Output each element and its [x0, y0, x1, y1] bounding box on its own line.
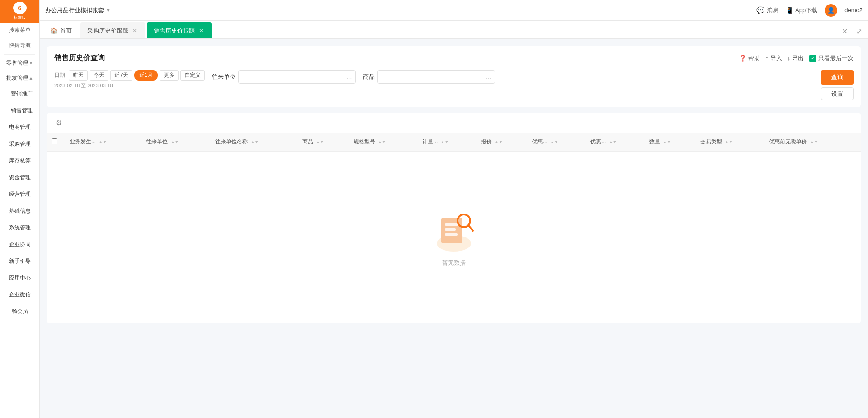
sidebar-item-label: 库存核算 — [9, 157, 31, 165]
sidebar-item-newcomer[interactable]: 新手引导 — [0, 253, 39, 270]
sort-arrows[interactable]: ▲▼ — [378, 140, 386, 144]
sidebar: 6 标准版 搜索菜单 快捷导航 零售管理 ▼ 批发管理 ▲ 营销推广 销售管理 … — [0, 0, 40, 418]
col-quote[interactable]: 报价 ▲▼ — [476, 133, 528, 151]
sidebar-item-finance[interactable]: 资金管理 — [0, 169, 39, 186]
sidebar-item-shortcut[interactable]: 快捷导航 — [0, 38, 39, 53]
sidebar-item-label: 资金管理 — [9, 174, 31, 181]
sidebar-item-label: 销售管理 — [11, 107, 33, 114]
partner-dots[interactable]: ... — [347, 73, 352, 81]
col-discount2[interactable]: 优惠... ▲▼ — [586, 133, 645, 151]
sidebar-item-wholesale[interactable]: 批发管理 ▲ — [0, 71, 39, 86]
goods-input-field[interactable] — [382, 74, 486, 81]
sidebar-item-purchase[interactable]: 采购管理 — [0, 136, 39, 152]
settings-button[interactable]: 设置 — [821, 87, 854, 100]
col-biz-date[interactable]: 业务发生... ▲▼ — [65, 133, 142, 151]
sidebar-item-enterprise[interactable]: 企业协同 — [0, 236, 39, 253]
sort-arrows[interactable]: ▲▼ — [725, 140, 733, 144]
sidebar-item-label: 应用中心 — [9, 274, 31, 282]
tabs-bar: 🏠 首页 采购历史价跟踪 ✕ 销售历史价跟踪 ✕ ✕ ⤢ — [40, 21, 868, 39]
app-download-button[interactable]: 📱 App下载 — [786, 6, 817, 14]
help-button[interactable]: ❓ 帮助 — [739, 54, 760, 62]
sort-arrows[interactable]: ▲▼ — [495, 140, 503, 144]
date-range: 2023-02-18 至 2023-03-18 — [54, 82, 205, 89]
col-quantity[interactable]: 数量 ▲▼ — [645, 133, 696, 151]
avatar[interactable]: 👤 — [825, 4, 837, 17]
date-btn-today[interactable]: 今天 — [90, 70, 108, 81]
query-panel: 销售历史价查询 ❓ 帮助 ↑ 导入 ↓ 导出 — [47, 46, 861, 107]
partner-input[interactable]: ... — [238, 70, 356, 84]
panel-title: 销售历史价查询 ❓ 帮助 ↑ 导入 ↓ 导出 — [54, 53, 854, 63]
sidebar-item-label: 零售管理 — [6, 59, 28, 67]
sidebar-item-basic-info[interactable]: 基础信息 — [0, 203, 39, 219]
export-label: 导出 — [792, 54, 804, 62]
tab-close-all-button[interactable]: ✕ — [839, 26, 850, 37]
sort-arrows[interactable]: ▲▼ — [609, 140, 617, 144]
logo: 6 标准版 — [0, 0, 40, 23]
date-btn-1month[interactable]: 近1月 — [134, 70, 158, 81]
tab-sales[interactable]: 销售历史价跟踪 ✕ — [147, 22, 212, 38]
date-btn-more[interactable]: 更多 — [160, 70, 179, 81]
tab-purchase[interactable]: 采购历史价跟踪 ✕ — [80, 22, 145, 38]
sidebar-item-label: 电商管理 — [9, 124, 31, 131]
date-btn-yesterday[interactable]: 昨天 — [69, 70, 88, 81]
date-label: 日期 — [54, 71, 65, 79]
goods-dots[interactable]: ... — [486, 73, 491, 81]
sort-arrows[interactable]: ▲▼ — [316, 140, 324, 144]
sidebar-item-label: 企业协同 — [9, 241, 31, 248]
sort-arrows[interactable]: ▲▼ — [171, 140, 179, 144]
sidebar-item-label: 畅会员 — [12, 308, 28, 315]
partner-input-field[interactable] — [242, 74, 346, 81]
date-btn-7days[interactable]: 近7天 — [110, 70, 132, 81]
sort-arrows[interactable]: ▲▼ — [550, 140, 558, 144]
empty-icon — [431, 208, 476, 253]
sidebar-item-sales-mgmt[interactable]: 销售管理 — [4, 102, 39, 119]
tab-home[interactable]: 🏠 首页 — [43, 22, 79, 38]
col-partner-name[interactable]: 往来单位名称 ▲▼ — [211, 133, 298, 151]
topbar-right: 💬 消息 📱 App下载 👤 demo2 — [756, 4, 863, 17]
sort-arrows[interactable]: ▲▼ — [99, 140, 107, 144]
import-button[interactable]: ↑ 导入 — [765, 54, 782, 62]
col-trade-type[interactable]: 交易类型 ▲▼ — [696, 133, 765, 151]
col-goods[interactable]: 商品 ▲▼ — [298, 133, 349, 151]
tab-sales-close[interactable]: ✕ — [198, 27, 205, 34]
topbar-left: 办公用品行业模拟账套 ▼ — [45, 6, 752, 14]
table-settings-icon[interactable]: ⚙ — [52, 116, 65, 129]
sort-arrows[interactable]: ▲▼ — [810, 140, 818, 144]
tab-maximize-button[interactable]: ⤢ — [854, 26, 864, 37]
sidebar-item-vip[interactable]: 畅会员 — [0, 303, 39, 320]
sidebar-item-retail[interactable]: 零售管理 ▼ — [0, 56, 39, 71]
only-last-label: 只看最后一次 — [818, 54, 854, 62]
sidebar-item-marketing[interactable]: 营销推广 — [4, 86, 39, 102]
query-button[interactable]: 查询 — [821, 70, 854, 85]
filter-row: 日期 昨天 今天 近7天 近1月 更多 自定义 2023-02-18 至 202… — [54, 70, 854, 100]
sort-arrows[interactable]: ▲▼ — [441, 140, 449, 144]
sort-arrows[interactable]: ▲▼ — [250, 140, 259, 144]
avatar-icon: 👤 — [827, 7, 835, 14]
sidebar-item-system[interactable]: 系统管理 — [0, 219, 39, 236]
workspace-dropdown[interactable]: 办公用品行业模拟账套 ▼ — [45, 6, 111, 14]
export-button[interactable]: ↓ 导出 — [788, 54, 804, 62]
col-no-tax-price[interactable]: 优惠前无税单价 ▲▼ — [764, 133, 861, 151]
col-spec[interactable]: 规格型号 ▲▼ — [349, 133, 418, 151]
sidebar-item-operations[interactable]: 经营管理 — [0, 186, 39, 203]
sidebar-item-search[interactable]: 搜索菜单 — [0, 23, 39, 38]
sidebar-item-label: 企业微信 — [9, 291, 31, 299]
sidebar-item-wechat[interactable]: 企业微信 — [0, 286, 39, 303]
help-label: 帮助 — [748, 54, 760, 62]
sidebar-item-appstore[interactable]: 应用中心 — [0, 270, 39, 286]
table-panel: ⚙ 业务发生... ▲▼ 往来单位 ▲▼ — [47, 113, 861, 323]
goods-input[interactable]: ... — [377, 70, 495, 84]
chevron-down-icon: ▼ — [29, 61, 33, 66]
sidebar-item-ecommerce[interactable]: 电商管理 — [0, 119, 39, 136]
message-icon: 💬 — [756, 6, 765, 14]
only-last-checkbox[interactable]: 只看最后一次 — [809, 54, 854, 62]
sort-arrows[interactable]: ▲▼ — [663, 140, 671, 144]
tab-purchase-close[interactable]: ✕ — [131, 27, 138, 34]
messages-button[interactable]: 💬 消息 — [756, 6, 778, 14]
sidebar-item-inventory[interactable]: 库存核算 — [0, 152, 39, 169]
col-unit[interactable]: 计量... ▲▼ — [418, 133, 476, 151]
col-discount1[interactable]: 优惠... ▲▼ — [528, 133, 586, 151]
date-btn-custom[interactable]: 自定义 — [180, 70, 205, 81]
col-partner-code[interactable]: 往来单位 ▲▼ — [142, 133, 211, 151]
select-all-checkbox[interactable] — [52, 138, 57, 144]
